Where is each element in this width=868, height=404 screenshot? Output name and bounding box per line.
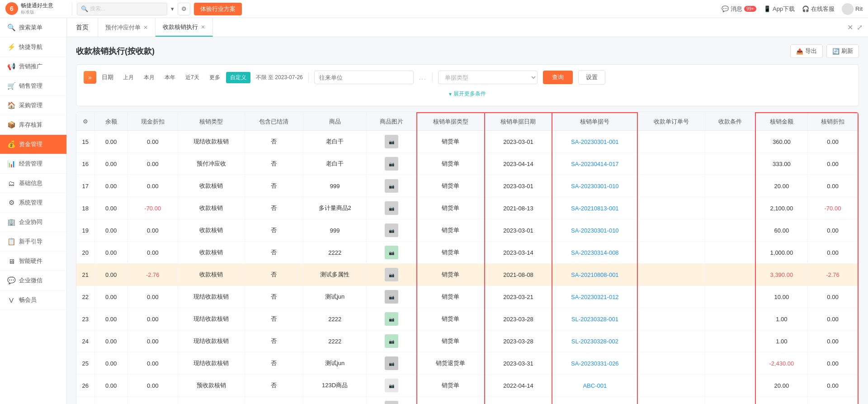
top-search-box[interactable]: 🔍 搜索... (77, 3, 167, 15)
date-7days[interactable]: 近7天 (181, 72, 203, 83)
tab-close-icon[interactable]: ✕ (847, 23, 853, 32)
user-avatar (842, 3, 854, 15)
cell-doc-type: 销货单 (417, 175, 485, 197)
doc-no-link[interactable]: SA-20210813-001 (571, 205, 619, 212)
cell-condition (705, 352, 755, 375)
tab-expand-icon[interactable]: ⤢ (857, 23, 863, 32)
tab-home[interactable]: 首页 (67, 18, 98, 37)
sidebar-item-quick-nav[interactable]: ⚡ 快捷导航 (0, 38, 66, 57)
cell-doc-no: SA-20230301-010 (552, 175, 637, 197)
sidebar-label-quick-nav: 快捷导航 (19, 43, 42, 51)
cell-condition (705, 375, 755, 397)
sidebar-icon-base: 🗂 (7, 179, 15, 187)
cell-settled: 否 (245, 242, 303, 264)
cell-doc-no: SL-20230408-001 (552, 397, 637, 404)
cell-doc-date: 2023-03-01 (485, 219, 552, 242)
sidebar-item-sales[interactable]: 🛒 销售管理 (0, 76, 66, 96)
sidebar-item-finance[interactable]: 💰 资金管理 (0, 135, 66, 154)
tab-receipts-label: 收款核销执行 (163, 23, 198, 31)
cell-doc-no: SA-20210808-001 (552, 264, 637, 286)
product-img: 📷 (385, 290, 398, 304)
filter-expand-btn[interactable]: » (84, 71, 96, 84)
cell-amount: 360.00 (755, 131, 808, 153)
expand-more-btn[interactable]: ▾ 展开更多条件 (84, 87, 851, 100)
cell-id: 23 (76, 308, 94, 330)
cell-condition (705, 264, 755, 286)
sidebar-item-inventory[interactable]: 📦 库存核算 (0, 115, 66, 135)
cell-condition (705, 197, 755, 219)
messages-btn[interactable]: 💬 消息 99+ (722, 5, 756, 13)
cell-id: 22 (76, 286, 94, 308)
cell-order-no (637, 153, 705, 175)
table-settings-col[interactable]: ⚙ (76, 113, 94, 131)
table-row: 27 0.00 0.00 现结收款核销 否 衣服00001 📷 销货单 2023… (76, 397, 858, 404)
cell-balance: 0.00 (94, 264, 127, 286)
sidebar-icon-quick-nav: ⚡ (7, 43, 15, 51)
sidebar-icon-enterprise: 🏢 (7, 218, 15, 226)
cell-cash-discount: 0.00 (127, 286, 178, 308)
doc-no-link[interactable]: SA-20230414-017 (571, 161, 619, 167)
cell-id: 26 (76, 375, 94, 397)
date-this-year[interactable]: 本年 (160, 72, 179, 83)
tab-receipts-close[interactable]: ✕ (201, 24, 205, 30)
nav-dropdown[interactable]: ▾ (171, 5, 174, 12)
export-btn[interactable]: 📤 导出 (790, 44, 823, 58)
sidebar-label-purchase: 采购管理 (19, 101, 42, 109)
doc-no-link[interactable]: SA-20210808-001 (571, 271, 619, 278)
trading-partner-input[interactable] (314, 71, 414, 84)
tab-prepayment[interactable]: 预付冲应付单 ✕ (98, 18, 156, 37)
trial-btn[interactable]: 体验行业方案 (194, 3, 242, 15)
cell-product: 老白干 (303, 153, 367, 175)
sidebar-item-base[interactable]: 🗂 基础信息 (0, 174, 66, 193)
cell-discount: 0.00 (807, 308, 858, 330)
tab-receipts[interactable]: 收款核销执行 ✕ (156, 18, 213, 37)
tab-prepayment-close[interactable]: ✕ (143, 24, 148, 31)
table-row: 25 0.00 0.00 现结收款核销 否 测试jun 📷 销货退货单 2023… (76, 352, 858, 375)
date-last-month[interactable]: 上月 (119, 72, 138, 83)
doc-no-link[interactable]: SL-20230328-001 (571, 316, 618, 323)
cell-order-no (637, 352, 705, 375)
cell-product: 测试多属性 (303, 264, 367, 286)
cell-amount: 333.00 (755, 153, 808, 175)
sidebar-item-guide[interactable]: 📋 新手引导 (0, 232, 66, 252)
sidebar-item-system[interactable]: ⚙ 系统管理 (0, 193, 66, 213)
online-service-btn[interactable]: 🎧 在线客服 (802, 5, 835, 13)
gear-button[interactable]: ⚙ (178, 3, 190, 15)
sidebar-item-member[interactable]: V 畅会员 (0, 290, 66, 310)
app-download-label: App下载 (773, 5, 795, 13)
date-custom[interactable]: 自定义 (226, 72, 250, 83)
sidebar-item-marketing[interactable]: 📢 营销推广 (0, 57, 66, 76)
receipt-type-select[interactable]: 单据类型 (438, 71, 538, 84)
app-download-btn[interactable]: 📱 App下载 (764, 5, 795, 13)
message-icon: 💬 (722, 5, 729, 12)
doc-no-link[interactable]: SA-20230301-010 (571, 227, 619, 234)
refresh-btn[interactable]: 🔄 刷新 (826, 44, 859, 58)
doc-no-link[interactable]: SL-20230328-002 (571, 338, 618, 345)
sidebar-item-business[interactable]: 📊 经营管理 (0, 154, 66, 174)
doc-no-link[interactable]: SA-20230321-012 (571, 294, 619, 300)
cell-discount: 0.00 (807, 175, 858, 197)
sidebar-item-wechat[interactable]: 💬 企业微信 (0, 271, 66, 290)
sidebar-item-search[interactable]: 🔍 搜索菜单 (0, 18, 66, 38)
cell-doc-no: SA-20230321-012 (552, 286, 637, 308)
cell-id: 19 (76, 219, 94, 242)
cell-settled: 否 (245, 175, 303, 197)
doc-no-link[interactable]: ABC-001 (583, 382, 607, 389)
cell-condition (705, 397, 755, 404)
col-cash-discount: 现金折扣 (127, 113, 178, 131)
doc-no-link[interactable]: SA-20230314-008 (571, 249, 619, 256)
doc-no-link[interactable]: SA-20230301-010 (571, 183, 619, 190)
query-btn[interactable]: 查询 (543, 71, 573, 84)
setting-btn[interactable]: 设置 (578, 70, 605, 85)
col-amount: 核销金额 (755, 113, 808, 131)
sidebar-item-purchase[interactable]: 🏠 采购管理 (0, 96, 66, 115)
user-area[interactable]: Rit (842, 3, 863, 15)
doc-no-link[interactable]: SA-20230301-001 (571, 138, 619, 145)
sidebar-icon-guide: 📋 (7, 238, 15, 246)
sidebar-item-hardware[interactable]: 🖥 智能硬件 (0, 252, 66, 271)
sidebar-item-enterprise[interactable]: 🏢 企业协同 (0, 213, 66, 232)
date-more[interactable]: 更多 (205, 72, 224, 83)
doc-no-link[interactable]: SA-20230331-026 (571, 360, 619, 367)
date-this-month[interactable]: 本月 (140, 72, 159, 83)
cell-settled: 否 (245, 286, 303, 308)
